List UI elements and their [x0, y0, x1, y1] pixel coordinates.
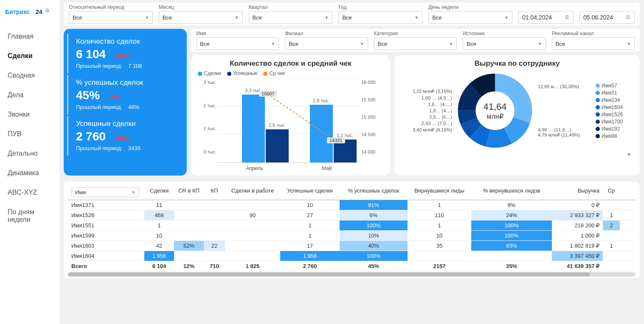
horizontal-scrollbar[interactable]	[68, 272, 636, 277]
chart-deals-avg: Количество сделок и средний чек Сделки У…	[191, 55, 390, 176]
kpi-block: % успешных сделок45%-6%Прошлый период:48…	[67, 75, 187, 115]
chevron-down-icon: ▼	[324, 15, 329, 20]
date-from-input[interactable]: 01.04.2024🗓	[518, 11, 574, 24]
filter-label: Относительный период	[69, 4, 153, 10]
filter-select[interactable]: Все▼	[338, 11, 422, 24]
nav-item[interactable]: ПУВ	[0, 124, 59, 144]
kpi-block: Количество сделок6 104-14%Прошлый период…	[67, 34, 187, 73]
chevron-down-icon: ▼	[504, 15, 509, 20]
svg-text:24: 24	[36, 8, 42, 15]
filter-label: День недели	[428, 4, 512, 10]
table-row[interactable]: Имя1599 10 1 10% 10 100% 1 000 ₽	[68, 231, 636, 241]
nav-item[interactable]: Сводная	[0, 66, 59, 85]
top-filter-bar: Относительный периодВсе▼МесяцВсе▼Квартал…	[64, 3, 640, 25]
calendar-icon: 🗓	[626, 14, 631, 20]
legend-item[interactable]: Имя192	[596, 126, 633, 132]
filter-label: Рекламный канал	[552, 31, 635, 36]
table-header: Имя▼ Сделки CR в КП КП Сделки в работе У…	[68, 185, 636, 200]
nav-item[interactable]: Детально	[0, 144, 59, 163]
legend-item[interactable]: Имя98	[596, 133, 633, 139]
donut-chart[interactable]: 41,64 млн₽	[455, 70, 535, 151]
table-body: Имя1371 11 10 91% 1 9% 0 ₽ Имя1526 468 9…	[68, 200, 636, 271]
nav-item[interactable]: ABC-XYZ	[0, 183, 59, 202]
filter-select[interactable]: Все▼	[428, 11, 512, 24]
chart-legend: Сделки Успешные Ср чек	[198, 70, 383, 76]
table-totals: Всего6 10412%7101 8252 76045%215735%41 6…	[68, 261, 636, 271]
donut-labels-right: 12,65 м… (30,39%) 4,99 … (11,9…) 4,79 мл…	[538, 84, 593, 138]
kpi-card: Количество сделок6 104-14%Прошлый период…	[64, 29, 187, 176]
nav-item[interactable]: Динамика	[0, 163, 59, 183]
chevron-down-icon: ▼	[538, 42, 542, 46]
kpi-block: Успешные сделки2 760-20%Прошлый период:3…	[67, 116, 187, 156]
filter-select[interactable]: Все▼	[374, 37, 457, 50]
y-axis-left: 3 тыс.2 тыс.1 тыс.0 тыс.	[198, 78, 217, 163]
main: Относительный периодВсе▼МесяцВсе▼Квартал…	[59, 0, 644, 324]
legend-item[interactable]: Имя57	[596, 83, 633, 89]
filter-select[interactable]: Все▼	[69, 11, 153, 24]
chevron-down-icon: ▼	[449, 42, 453, 46]
data-label: 15607	[259, 91, 277, 97]
table-row[interactable]: Имя1551 1 1 100% 1 100% 218 200 ₽ 2	[68, 221, 636, 231]
legend-item[interactable]: Имя31	[596, 90, 633, 96]
table-row[interactable]: Имя1603 42 52% 22 17 40% 35 83% 1 802 81…	[68, 241, 636, 251]
nav-item[interactable]: Главная	[0, 27, 59, 46]
date-to-input[interactable]: 05.06.2024🗓	[579, 11, 635, 24]
logo: Битрикс24	[0, 4, 59, 27]
chart-revenue-employee: Выручка по сотруднику 1,32 млн₽ (3,16%)1…	[394, 55, 640, 176]
calendar-icon: 🗓	[565, 14, 570, 20]
legend-item[interactable]: Имя234	[596, 97, 633, 103]
filter-label: Месяц	[159, 4, 243, 10]
chevron-down-icon: ▼	[627, 42, 631, 46]
filter-label: Категория	[374, 31, 457, 36]
table-row[interactable]: Имя1526 468 90 27 6% 110 24% 2 933 327 ₽…	[68, 210, 636, 221]
chevron-down-icon: ▼	[131, 190, 135, 195]
chevron-down-icon: ▼	[271, 42, 276, 46]
name-filter-select[interactable]: Имя▼	[71, 187, 139, 197]
donut-center: 41,64 млн₽	[483, 101, 506, 120]
chart-title: Выручка по сотруднику	[401, 59, 633, 68]
filter-label: Источник	[463, 31, 546, 36]
table-row[interactable]: Имя1371 11 10 91% 1 9% 0 ₽	[68, 200, 636, 210]
chevron-down-icon: ▼	[414, 15, 419, 20]
chevron-down-icon: ▼	[360, 42, 364, 46]
nav-item[interactable]: По дням недели	[0, 202, 59, 229]
sub-filter-bar: ИмяВсе▼ФилиалВсе▼КатегорияВсе▼ИсточникВс…	[191, 29, 640, 52]
legend-item[interactable]: Имя1526	[596, 112, 633, 117]
filter-select[interactable]: Все▼	[552, 37, 635, 50]
chart-plot[interactable]: 3,3 тыс. 1,6 тыс. 2,8 тыс. 1,1 тыс.	[217, 78, 361, 163]
table-row[interactable]: Имя1604 1 956 1 956 100% 3 397 450 ₽	[68, 251, 636, 261]
filter-select[interactable]: Все▼	[285, 37, 368, 50]
nav-item[interactable]: Звонки	[0, 105, 59, 124]
chevron-down-icon: ▼	[235, 15, 239, 20]
filter-select[interactable]: Все▼	[249, 11, 333, 24]
svg-text:Битрикс: Битрикс	[5, 8, 30, 15]
donut-legend: Имя57Имя31Имя234Имя1604Имя1526Имя1700Имя…	[596, 81, 633, 140]
donut-labels-left: 1,32 млн₽ (3,16%)1,80 … (4,3…)1,8… (4,…)…	[401, 87, 452, 134]
nav-item[interactable]: Сделки	[0, 46, 59, 66]
data-table: Имя▼ Сделки CR в КП КП Сделки в работе У…	[64, 182, 640, 278]
filter-select[interactable]: Все▼	[159, 11, 243, 24]
chart-title: Количество сделок и средний чек	[198, 59, 383, 68]
legend-item[interactable]: Имя1604	[596, 104, 633, 110]
legend-item[interactable]: Имя1700	[596, 119, 633, 125]
sidebar: Битрикс24 ГлавнаяСделкиСводнаяДелаЗвонки…	[0, 0, 59, 324]
data-label: 14331	[327, 137, 345, 143]
filter-select[interactable]: Все▼	[196, 37, 279, 50]
y-axis-right: 16 00015 50015 00014 50014 000	[361, 78, 383, 163]
filter-select[interactable]: Все▼	[463, 37, 546, 50]
x-axis: АпрельМай	[217, 165, 361, 171]
filter-label: Квартал	[249, 4, 333, 10]
filter-label: Год	[338, 4, 422, 10]
filter-label: Имя	[196, 31, 279, 36]
nav-item[interactable]: Дела	[0, 85, 59, 105]
expand-legend-icon[interactable]: ▾	[401, 151, 633, 158]
filter-label: Филиал	[285, 31, 368, 36]
chevron-down-icon: ▼	[145, 15, 149, 20]
